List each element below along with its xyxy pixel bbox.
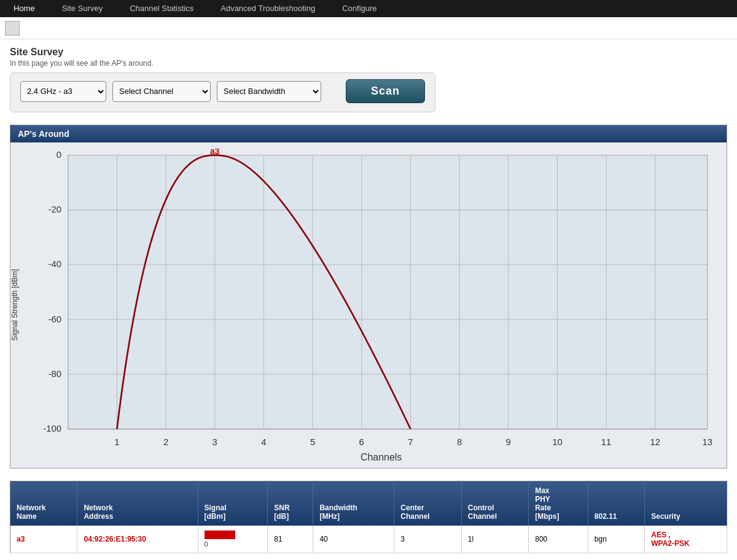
logo-icon (5, 21, 20, 36)
cell-control-channel: 1l (461, 526, 528, 553)
nav-channel-statistics[interactable]: Channel Statistics (116, 0, 207, 17)
svg-text:10: 10 (552, 437, 563, 447)
table-header-row: NetworkName NetworkAddress Signal[dBm] S… (10, 481, 727, 526)
y-axis-label: Signal Strength [dBm] (10, 149, 29, 462)
svg-text:Channels: Channels (361, 452, 402, 462)
nav-advanced-troubleshooting[interactable]: Advanced Troubleshooting (207, 0, 329, 17)
security-value: AES ,WPA2-PSK (651, 531, 689, 548)
control-channel-value: 1l (468, 535, 474, 543)
cell-bandwidth-mhz: 40 (313, 526, 394, 553)
table-row: a3 04:92:26:E1:95:30 0 81 40 (10, 526, 727, 553)
main-nav: Home Site Survey Channel Statistics Adva… (0, 0, 737, 17)
page-header: Site Survey In this page you will see al… (0, 39, 737, 72)
col-bandwidth-mhz: Bandwidth[MHz] (313, 481, 394, 526)
freq-select[interactable]: 2.4 GHz - a3 (20, 81, 106, 102)
col-control-channel: ControlChannel (461, 481, 528, 526)
col-center-channel: CenterChannel (394, 481, 461, 526)
cell-signal-dbm: 0 (198, 526, 268, 553)
network-address-value: 04:92:26:E1:95:30 (84, 535, 146, 543)
signal-bar (205, 531, 235, 539)
chart-svg: 0 -20 -40 -60 -80 -100 (29, 149, 720, 462)
svg-text:5: 5 (310, 437, 315, 447)
svg-rect-0 (68, 155, 708, 429)
cell-network-address: 04:92:26:E1:95:30 (77, 526, 198, 553)
nav-configure[interactable]: Configure (329, 0, 390, 17)
cell-center-channel: 3 (394, 526, 461, 553)
scan-button[interactable]: Scan (346, 79, 425, 103)
col-80211: 802.11 (588, 481, 644, 526)
bandwidth-select[interactable]: Select Bandwidth (217, 81, 321, 102)
svg-text:12: 12 (650, 437, 660, 447)
svg-text:6: 6 (359, 437, 364, 447)
nav-site-survey[interactable]: Site Survey (49, 0, 116, 17)
max-phy-rate-value: 800 (535, 535, 547, 543)
signal-val: 0 (205, 540, 208, 548)
cell-security: AES ,WPA2-PSK (645, 526, 727, 553)
chart-header: AP's Around (10, 125, 727, 142)
svg-text:8: 8 (457, 437, 462, 447)
center-channel-value: 3 (400, 535, 405, 543)
bandwidth-value: 40 (319, 535, 327, 543)
cell-snr-db: 81 (268, 526, 313, 553)
nav-home[interactable]: Home (0, 0, 49, 17)
data-table: NetworkName NetworkAddress Signal[dBm] S… (10, 481, 727, 553)
cell-80211: bgn (588, 526, 644, 553)
col-max-phy-rate: MaxPHYRate[Mbps] (529, 481, 588, 526)
table-section: NetworkName NetworkAddress Signal[dBm] S… (10, 481, 727, 553)
page-subtitle: In this page you will see all the AP's a… (10, 59, 727, 68)
snr-value: 81 (274, 535, 282, 543)
col-signal-dbm: Signal[dBm] (198, 481, 268, 526)
cell-max-phy-rate: 800 (529, 526, 588, 553)
svg-text:-80: -80 (49, 369, 61, 379)
chart-section: AP's Around Signal Strength [dBm] (10, 125, 727, 469)
svg-text:3: 3 (213, 437, 217, 447)
col-network-name: NetworkName (10, 481, 77, 526)
svg-text:2: 2 (163, 437, 168, 447)
channel-select[interactable]: Select Channel (112, 81, 211, 102)
col-network-address: NetworkAddress (77, 481, 198, 526)
svg-text:-40: -40 (49, 259, 61, 269)
signal-bar-container: 0 (205, 531, 262, 548)
chart-body: Signal Strength [dBm] 0 (10, 142, 727, 468)
cell-network-name: a3 (10, 526, 77, 553)
svg-text:11: 11 (601, 437, 612, 447)
chart-inner: 0 -20 -40 -60 -80 -100 (29, 149, 720, 462)
col-security: Security (645, 481, 727, 526)
svg-text:-60: -60 (49, 314, 61, 324)
network-name-value: a3 (17, 535, 25, 543)
logo-bar (0, 17, 737, 39)
svg-text:4: 4 (261, 437, 266, 447)
standard-value: bgn (595, 535, 607, 543)
svg-text:-100: -100 (43, 424, 61, 434)
svg-text:13: 13 (702, 437, 712, 447)
svg-text:0: 0 (57, 150, 61, 160)
page-title: Site Survey (10, 47, 727, 58)
col-snr-db: SNR[dB] (268, 481, 313, 526)
svg-text:a3: a3 (210, 149, 220, 155)
svg-text:-20: -20 (49, 204, 61, 214)
svg-text:9: 9 (506, 437, 511, 447)
svg-text:1: 1 (114, 437, 119, 447)
chart-title: AP's Around (18, 129, 69, 139)
svg-text:7: 7 (408, 437, 413, 447)
controls-area: 2.4 GHz - a3 Select Channel Select Bandw… (10, 72, 435, 112)
